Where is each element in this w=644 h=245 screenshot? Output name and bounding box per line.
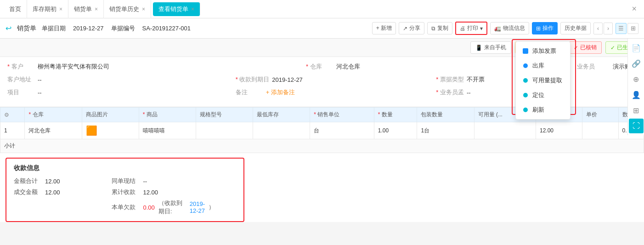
current-arrears-value: 0.00 — [143, 204, 154, 211]
tab-home[interactable]: 首页 — [4, 0, 27, 18]
cumulative-payment-value: 12.00 — [143, 189, 158, 196]
tab-view-sales[interactable]: 查看销货单 × — [153, 2, 200, 16]
outbound-label: 出库 — [532, 62, 544, 70]
tab-sales-close[interactable]: × — [95, 6, 98, 12]
list-view-button[interactable]: ☰ — [616, 23, 627, 34]
col-package-qty: 包装数量 — [417, 108, 474, 122]
operation-dropdown: 添加发票 出库 可用量提取 定位 刷新 — [515, 41, 571, 120]
row-current-stock: 12.00 — [536, 122, 582, 139]
sidebar-add-icon[interactable]: ⊕ — [629, 72, 644, 86]
row-qty: 1.00 — [374, 122, 417, 139]
number-label: 单据编号 — [111, 24, 135, 33]
customer-label: 客户 — [7, 63, 35, 71]
window-close-button[interactable]: × — [628, 4, 640, 14]
effective-icon: ✓ — [610, 45, 615, 51]
same-order-label: 同单现结 — [112, 177, 139, 185]
operation-button[interactable]: ⊞ 操作 — [532, 22, 558, 34]
print-dropdown-icon: ▾ — [480, 25, 483, 32]
locate-item[interactable]: 定位 — [516, 88, 570, 103]
tab-inventory[interactable]: 库存期初 × — [27, 0, 68, 18]
sidebar-grid-icon[interactable]: ⊞ — [629, 103, 644, 118]
date-label: 单据日期 — [42, 24, 66, 33]
col-spec: 规格型号 — [196, 108, 253, 122]
col-min-stock: 最低库存 — [253, 108, 310, 122]
row-spec — [196, 122, 253, 139]
tab-sales[interactable]: 销货单 × — [68, 0, 104, 18]
logistics-icon: 🚛 — [494, 25, 501, 32]
summary-grid: 金额合计 12.00 同单现结 -- 成交金额 12.00 累计收款 12.00… — [14, 177, 236, 216]
sidebar-user-icon[interactable]: 👤 — [629, 87, 644, 102]
operation-icon: ⊞ — [536, 25, 541, 32]
row-no: 1 — [0, 122, 25, 139]
payment-due-bracket: （收款到期日: — [158, 199, 186, 216]
share-button[interactable]: ↗ 分享 — [399, 22, 424, 34]
share-icon: ↗ — [403, 25, 407, 32]
print-button[interactable]: 🖨 打印 ▾ — [455, 22, 487, 35]
summary-title: 收款信息 — [14, 164, 236, 172]
col-gear: ⚙ — [0, 108, 25, 122]
payment-date-field: 收款到期日 2019-12-27 — [236, 75, 436, 84]
total-amount-label: 金额合计 — [14, 177, 41, 185]
toolbar-right: + 新增 ↗ 分享 ⧉ 复制 🖨 打印 ▾ 🚛 物流信息 ⊞ 操作 — [372, 22, 638, 35]
number-value: SA-20191227-001 — [142, 25, 191, 32]
tab-view-sales-close[interactable]: × — [191, 6, 194, 12]
row-sales-unit: 台 — [310, 122, 374, 139]
address-label: 客户地址 — [7, 75, 35, 84]
add-invoice-label: 添加发票 — [532, 47, 556, 55]
doc-icon: ↩ — [6, 24, 11, 33]
toolbar: ↩ 销货单 单据日期 2019-12-27 单据编号 SA-20191227-0… — [0, 18, 644, 39]
copy-icon: ⧉ — [431, 25, 435, 32]
current-arrears-label: 本单欠款 — [112, 203, 139, 211]
customer-field: 客户 柳州粤港平安气体有限公司 — [7, 63, 278, 71]
from-phone-button[interactable]: 📱 来自手机 — [470, 41, 511, 54]
sales-staff-value: -- — [467, 89, 471, 96]
nav-arrows: ‹ › — [593, 23, 613, 34]
subtotal-row: 小计 — [0, 139, 644, 153]
doc-title: 销货单 — [17, 24, 36, 33]
logistics-button[interactable]: 🚛 物流信息 — [490, 22, 529, 34]
row-available — [474, 122, 536, 139]
total-amount-value: 12.00 — [45, 178, 60, 185]
sidebar-doc-icon[interactable]: 📄 — [629, 40, 644, 55]
tab-inventory-close[interactable]: × — [59, 6, 62, 12]
tab-sales-history[interactable]: 销货单历史 × — [104, 0, 151, 18]
transaction-amount-value: 12.00 — [45, 189, 60, 196]
col-warehouse: * 仓库 — [25, 108, 82, 122]
note-label: 备注 — [236, 88, 263, 97]
project-value: -- — [38, 89, 42, 96]
project-label: 项目 — [7, 88, 35, 97]
locate-icon-box — [522, 92, 529, 98]
project-field: 项目 -- — [7, 88, 208, 97]
voided-badge: ✓ 已核销 — [569, 41, 602, 54]
row-image: 🟧 — [82, 122, 139, 139]
refresh-icon — [523, 108, 528, 112]
tab-sales-label: 销货单 — [74, 5, 92, 13]
gear-icon[interactable]: ⚙ — [4, 112, 9, 118]
new-button[interactable]: + 新增 — [372, 22, 396, 34]
tab-sales-history-close[interactable]: × — [142, 6, 145, 12]
row-unit-price — [582, 122, 618, 139]
history-button[interactable]: 历史单据 — [560, 22, 591, 34]
add-note-button[interactable]: + 添加备注 — [266, 88, 295, 97]
tab-home-label: 首页 — [9, 5, 21, 13]
sidebar-expand-icon[interactable]: ⛶ — [629, 119, 644, 133]
locate-label: 定位 — [532, 91, 544, 99]
outbound-icon — [523, 63, 528, 68]
sidebar-link-icon[interactable]: 🔗 — [629, 56, 644, 71]
available-qty-icon-box — [522, 77, 529, 84]
add-invoice-icon-box — [522, 48, 529, 54]
add-invoice-item[interactable]: 添加发票 — [516, 44, 570, 58]
row-min-stock — [253, 122, 310, 139]
copy-button[interactable]: ⧉ 复制 — [427, 22, 452, 34]
outbound-item[interactable]: 出库 — [516, 58, 570, 73]
payment-date-value: 2019-12-27 — [272, 76, 303, 83]
cumulative-payment-label: 累计收款 — [112, 188, 139, 196]
available-qty-item[interactable]: 可用量提取 — [516, 73, 570, 88]
grid-view-button[interactable]: ⊞ — [627, 23, 638, 34]
row-package-qty: 1台 — [417, 122, 474, 139]
refresh-item[interactable]: 刷新 — [516, 103, 570, 117]
nav-next[interactable]: › — [604, 23, 613, 34]
nav-prev[interactable]: ‹ — [593, 23, 603, 34]
payment-due-date: 2019-12-27 — [190, 200, 205, 214]
phone-icon: 📱 — [475, 45, 482, 51]
